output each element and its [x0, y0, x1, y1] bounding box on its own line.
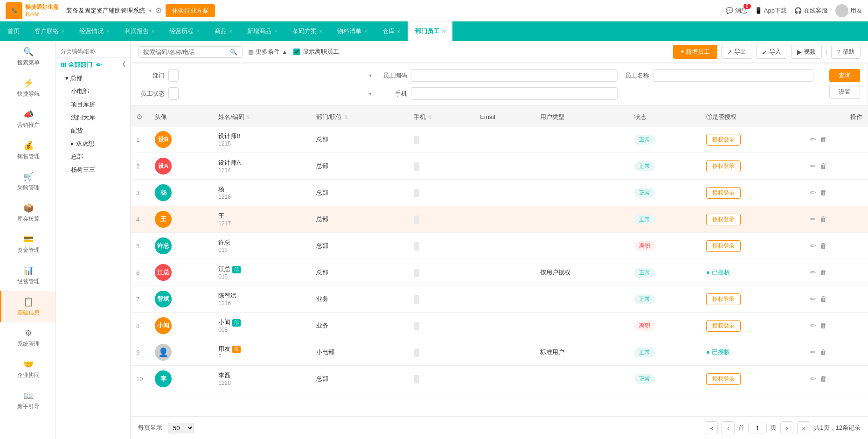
nav-basics[interactable]: 📋 基础信息	[0, 291, 56, 322]
dept-node-xiaodian[interactable]: 小电部	[56, 85, 130, 98]
tab-barcode-close[interactable]: ×	[319, 28, 322, 34]
import-button[interactable]: ↙ 导入	[756, 45, 787, 59]
tab-profit-close[interactable]: ×	[152, 28, 154, 34]
auth-button[interactable]: 授权登录	[706, 373, 741, 385]
app-download[interactable]: 📱 App下载	[755, 7, 787, 15]
nav-system[interactable]: ⚙ 系统管理	[0, 322, 56, 354]
delete-icon[interactable]: 🗑	[820, 268, 827, 277]
edit-icon[interactable]: ✏	[810, 242, 816, 250]
filter-dept-select[interactable]	[168, 69, 179, 82]
edit-icon[interactable]: ✏	[810, 162, 816, 170]
dept-node-yangwang[interactable]: 杨树王三	[56, 163, 130, 176]
help-button[interactable]: ? 帮助	[831, 45, 861, 59]
tab-bom-close[interactable]: ×	[364, 28, 367, 34]
dept-node-peihuo[interactable]: 配货	[56, 124, 130, 137]
settings-button[interactable]: 设置	[829, 85, 860, 99]
auth-button[interactable]: 授权登录	[706, 214, 741, 225]
tab-employees-close[interactable]: ×	[442, 28, 445, 34]
filter-phone-input[interactable]	[411, 87, 618, 100]
delete-icon[interactable]: 🗑	[820, 375, 827, 383]
dept-node-zonbu-root[interactable]: ▾ 总部	[56, 72, 130, 85]
edit-icon[interactable]: ✏	[810, 268, 816, 277]
nav-purchase[interactable]: 🛒 采购管理	[0, 166, 56, 197]
nav-marketing[interactable]: 📣 营销推广	[0, 104, 56, 135]
user-menu[interactable]: 用友	[835, 4, 862, 17]
tab-new-goods[interactable]: 新增商品×	[240, 21, 285, 41]
dept-node-project[interactable]: 项目库房	[56, 98, 130, 111]
col-settings-icon[interactable]: ⚙	[136, 113, 143, 121]
filter-emp-code-input[interactable]	[411, 69, 618, 82]
edit-icon[interactable]: ✏	[810, 295, 816, 303]
delete-icon[interactable]: 🗑	[820, 295, 827, 303]
nav-guide[interactable]: 📖 新手引导	[0, 385, 56, 416]
more-filter-btn[interactable]: ▦ 更多条件 ▲	[248, 48, 288, 56]
auth-button[interactable]: 授权登录	[706, 187, 741, 199]
dept-node-shuanghu[interactable]: ▸ 双虎想	[56, 137, 130, 150]
notification-bell[interactable]: 💬 消息 6	[726, 7, 747, 15]
tab-goods-close[interactable]: ×	[229, 28, 232, 34]
page-first-btn[interactable]: «	[705, 421, 718, 434]
dept-node-zonbu-sub[interactable]: 总部	[56, 150, 130, 163]
delete-icon[interactable]: 🗑	[820, 135, 827, 144]
auth-button[interactable]: 授权登录	[706, 134, 741, 146]
edit-icon[interactable]: ✏	[810, 135, 816, 144]
filter-emp-name-input[interactable]	[653, 69, 813, 82]
delete-icon[interactable]: 🗑	[820, 162, 827, 170]
tab-operations-close[interactable]: ×	[106, 28, 109, 34]
tab-warehouse[interactable]: 仓库×	[375, 21, 408, 41]
search-input[interactable]	[143, 49, 227, 56]
tab-customer-close[interactable]: ×	[62, 28, 64, 34]
auth-button[interactable]: 授权登录	[706, 240, 741, 252]
delete-icon[interactable]: 🗑	[820, 242, 827, 250]
col-dept-sort-icon[interactable]: ⇅	[344, 114, 348, 120]
export-button[interactable]: ↗ 导出	[721, 45, 752, 59]
nav-sales[interactable]: 💰 销售管理	[0, 135, 56, 166]
edit-icon[interactable]: ✏	[810, 188, 816, 197]
tab-operations[interactable]: 经营情况×	[72, 21, 117, 41]
show-resigned-label[interactable]: 显示离职员工	[293, 48, 339, 56]
tab-bom[interactable]: 物料清单×	[330, 21, 375, 41]
delete-icon[interactable]: 🗑	[820, 348, 827, 356]
per-page-select[interactable]: 50 100	[168, 423, 194, 433]
edit-icon[interactable]: ✏	[810, 348, 816, 356]
auth-button[interactable]: 授权登录	[706, 293, 741, 305]
delete-icon[interactable]: 🗑	[820, 215, 827, 223]
gear-icon[interactable]: ⚙	[155, 6, 162, 15]
tab-barcode[interactable]: 条码方案×	[285, 21, 330, 41]
tab-new-goods-close[interactable]: ×	[274, 28, 277, 34]
dept-node-shenyang[interactable]: 沈阳大库	[56, 111, 130, 124]
nav-inventory[interactable]: 📦 库存核算	[0, 197, 56, 229]
tab-history-close[interactable]: ×	[196, 28, 199, 34]
filter-status-select[interactable]	[168, 87, 179, 100]
col-phone-sort-icon[interactable]: ⇅	[428, 114, 432, 120]
show-resigned-checkbox[interactable]	[293, 49, 300, 55]
edit-icon[interactable]: ✏	[810, 321, 816, 330]
nav-search[interactable]: 🔍 搜索菜单	[0, 41, 56, 72]
tab-warehouse-close[interactable]: ×	[397, 28, 400, 34]
trial-button[interactable]: 体验行业方案	[166, 4, 215, 17]
query-button[interactable]: 查询	[829, 69, 860, 82]
delete-icon[interactable]: 🗑	[820, 321, 827, 330]
page-next-btn[interactable]: ›	[780, 421, 793, 434]
tab-goods[interactable]: 商品×	[207, 21, 240, 41]
dept-collapse-icon[interactable]: 《	[119, 61, 125, 69]
add-employee-button[interactable]: + 新增员工	[673, 45, 717, 59]
nav-collab[interactable]: 🤝 企业协同	[0, 354, 56, 385]
tab-employees[interactable]: 部门员工×	[408, 21, 452, 41]
tab-customer[interactable]: 客户联络×	[27, 21, 72, 41]
page-last-btn[interactable]: »	[797, 421, 810, 434]
tab-profit[interactable]: 利润报告×	[117, 21, 162, 41]
edit-icon[interactable]: ✏	[810, 215, 816, 223]
nav-finance[interactable]: 💳 资金管理	[0, 229, 56, 260]
delete-icon[interactable]: 🗑	[820, 188, 827, 197]
online-service[interactable]: 🎧 在线客服	[794, 7, 828, 15]
nav-management[interactable]: 📊 经营管理	[0, 260, 56, 291]
dept-edit-icon[interactable]: ✏	[96, 61, 102, 69]
page-input[interactable]	[748, 423, 767, 433]
tab-home[interactable]: 首页	[0, 21, 27, 41]
tab-history[interactable]: 经营历程×	[162, 21, 207, 41]
auth-button[interactable]: 授权登录	[706, 320, 741, 332]
nav-shortcut[interactable]: ⚡ 快捷导航	[0, 72, 56, 104]
system-dropdown-arrow[interactable]: ▾	[149, 7, 152, 14]
col-name-sort-icon[interactable]: ⇅	[246, 114, 250, 120]
